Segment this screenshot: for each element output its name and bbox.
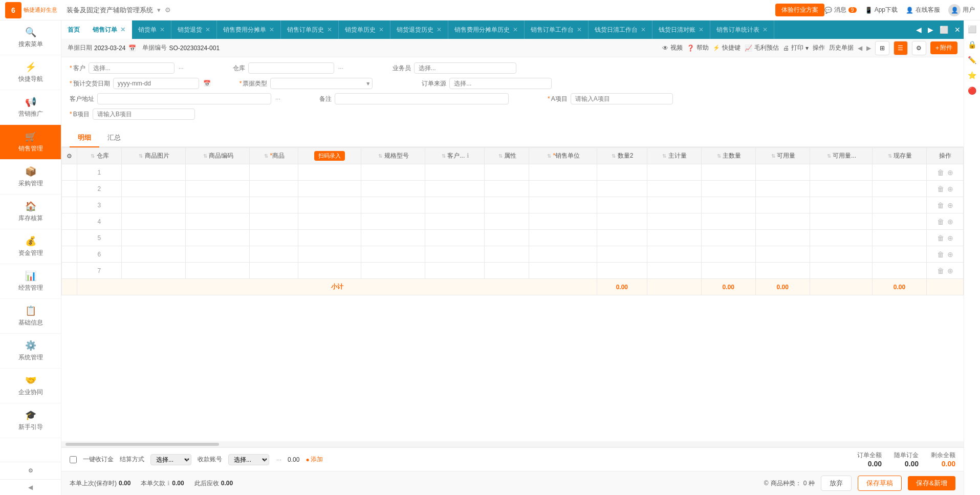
sidebar-item-quick-nav[interactable]: ⚡ 快捷导航	[0, 55, 61, 90]
tab-close-invoice-history[interactable]: ✕	[379, 26, 384, 33]
tab-sales-order[interactable]: 销售订单 ✕	[86, 20, 132, 39]
tab-invoice-history[interactable]: 销货单历史 ✕	[339, 20, 390, 39]
sidebar-item-operations[interactable]: 📊 经营管理	[0, 264, 61, 299]
sidebar-item-purchase[interactable]: 📦 采购管理	[0, 160, 61, 195]
row-delete-icon[interactable]: 🗑	[937, 201, 944, 209]
tab-sales-invoice[interactable]: 销货单 ✕	[132, 20, 171, 39]
sidebar-item-basic[interactable]: 📋 基础信息	[0, 299, 61, 334]
add-attachment-btn[interactable]: + 附件	[930, 41, 957, 54]
tab-close-stats[interactable]: ✕	[763, 26, 768, 33]
message-item[interactable]: 💬 消息 9	[824, 6, 857, 14]
tab-prev-btn[interactable]: ◀	[913, 26, 925, 34]
row-copy-icon[interactable]: ⊕	[947, 267, 953, 275]
tab-workbench[interactable]: 销售订单工作台 ✕	[525, 20, 589, 39]
delivery-input[interactable]	[113, 78, 199, 89]
right-panel-icon-2[interactable]: 🔒	[966, 38, 979, 51]
sidebar-item-system[interactable]: ⚙️ 系统管理	[0, 334, 61, 369]
warehouse-more-btn[interactable]: ···	[338, 64, 343, 72]
salesperson-input[interactable]	[414, 62, 516, 74]
sidebar-item-sales[interactable]: 🛒 销售管理	[0, 125, 61, 160]
row-delete-icon[interactable]: 🗑	[937, 218, 944, 226]
sidebar-settings[interactable]: ⚙	[0, 462, 61, 479]
address-input[interactable]	[97, 93, 271, 104]
chevron-down-icon[interactable]: ▾	[157, 6, 161, 14]
toolbar-profit[interactable]: 📈 毛利预估	[745, 44, 779, 52]
tab-close-order-history[interactable]: ✕	[327, 26, 332, 33]
address-more-btn[interactable]: ···	[275, 95, 280, 102]
toolbar-history[interactable]: 历史单据	[829, 44, 854, 52]
row-copy-icon[interactable]: ⊕	[947, 250, 953, 259]
account-more-btn[interactable]: ···	[276, 456, 281, 463]
tab-expense[interactable]: 销售费用分摊单 ✕	[217, 20, 281, 39]
sidebar-item-enterprise[interactable]: 🤝 企业协同	[0, 369, 61, 403]
sidebar-item-inventory[interactable]: 🏠 库存核算	[0, 195, 61, 229]
project-a-input[interactable]	[571, 93, 673, 104]
app-download-item[interactable]: 📱 App下载	[865, 6, 898, 14]
toolbar-nav-next[interactable]: ▶	[866, 45, 871, 52]
toolbar-list-btn[interactable]: ☰	[894, 41, 908, 55]
customer-input[interactable]	[89, 62, 175, 74]
detail-tab-summary[interactable]: 汇总	[99, 129, 129, 147]
account-select[interactable]: 选择...	[228, 454, 269, 465]
right-panel-icon-1[interactable]: ⬜	[966, 23, 979, 36]
tab-home[interactable]: 首页	[61, 20, 86, 39]
toolbar-print[interactable]: 🖨 打印 ▾	[783, 44, 809, 52]
toolbar-view[interactable]: 👁 视频	[662, 44, 683, 52]
add-payment-btn[interactable]: ● 添加	[306, 455, 322, 464]
right-panel-icon-4[interactable]: ⭐	[966, 69, 979, 82]
settings-icon[interactable]: ⚙	[165, 6, 171, 14]
tab-expense-history[interactable]: 销售费用分摊单历史 ✕	[448, 20, 525, 39]
tab-expand-btn[interactable]: ⬜	[937, 26, 951, 34]
tab-close-expense-history[interactable]: ✕	[513, 26, 518, 33]
invoice-select[interactable]: 不开票	[270, 78, 373, 89]
row-delete-icon[interactable]: 🗑	[937, 234, 944, 242]
plan-button[interactable]: 体验行业方案	[775, 4, 824, 16]
tab-close-workbench[interactable]: ✕	[577, 26, 582, 33]
toolbar-ops[interactable]: 操作	[813, 44, 825, 52]
toolbar-grid-btn[interactable]: ⊞	[875, 41, 889, 55]
save-new-button[interactable]: 保存&新增	[908, 476, 955, 490]
row-copy-icon[interactable]: ⊕	[947, 168, 953, 177]
sidebar-item-search[interactable]: 🔍 搜索菜单	[0, 20, 61, 55]
tab-order-history[interactable]: 销售订单历史 ✕	[281, 20, 339, 39]
tab-return-history[interactable]: 销货退货历史 ✕	[390, 20, 448, 39]
remark-input[interactable]	[335, 93, 509, 104]
save-draft-button[interactable]: 保存草稿	[858, 476, 902, 491]
user-item[interactable]: 👤 用户	[948, 4, 975, 16]
sidebar-item-guide[interactable]: 🎓 新手引导	[0, 403, 61, 438]
row-delete-icon[interactable]: 🗑	[937, 250, 944, 259]
row-copy-icon[interactable]: ⊕	[947, 185, 953, 193]
scan-button[interactable]: 扫码录入	[314, 151, 345, 161]
tab-next-btn[interactable]: ▶	[925, 26, 937, 34]
row-delete-icon[interactable]: 🗑	[937, 168, 944, 177]
tab-close-cash-reconcile[interactable]: ✕	[699, 26, 704, 33]
delivery-calendar-icon[interactable]: 📅	[203, 80, 211, 87]
sidebar-item-finance[interactable]: 💰 资金管理	[0, 229, 61, 264]
row-delete-icon[interactable]: 🗑	[937, 185, 944, 193]
toolbar-help[interactable]: ❓ 帮助	[687, 44, 709, 52]
row-delete-icon[interactable]: 🗑	[937, 267, 944, 275]
sidebar-item-marketing[interactable]: 📢 营销推广	[0, 90, 61, 125]
toolbar-settings-btn[interactable]: ⚙	[912, 41, 926, 55]
right-panel-icon-3[interactable]: ✏️	[966, 53, 979, 67]
discard-button[interactable]: 放弃	[821, 476, 852, 491]
tab-stats[interactable]: 销售订单统计表 ✕	[710, 20, 774, 39]
sidebar-collapse-btn[interactable]: ◀	[0, 479, 61, 495]
horizontal-scrollbar[interactable]	[66, 443, 219, 446]
detail-tab-items[interactable]: 明细	[70, 129, 99, 147]
tab-close-return[interactable]: ✕	[205, 26, 210, 33]
tab-cash-reconcile[interactable]: 钱货日清对账 ✕	[652, 20, 710, 39]
project-b-input[interactable]	[93, 109, 195, 120]
calendar-icon[interactable]: 📅	[128, 45, 136, 52]
tab-close-all-btn[interactable]: ✕	[951, 26, 964, 34]
toolbar-nav-prev[interactable]: ◀	[858, 45, 862, 52]
row-copy-icon[interactable]: ⊕	[947, 201, 953, 209]
customer-more-btn[interactable]: ···	[179, 64, 184, 72]
row-copy-icon[interactable]: ⊕	[947, 234, 953, 242]
order-source-input[interactable]	[449, 78, 552, 89]
method-select[interactable]: 选择...	[150, 454, 191, 465]
tab-close-sales-order[interactable]: ✕	[120, 26, 125, 33]
tab-close-return-history[interactable]: ✕	[437, 26, 442, 33]
one-click-checkbox[interactable]	[70, 456, 77, 463]
tab-cash-workbench[interactable]: 钱货日清工作台 ✕	[589, 20, 652, 39]
